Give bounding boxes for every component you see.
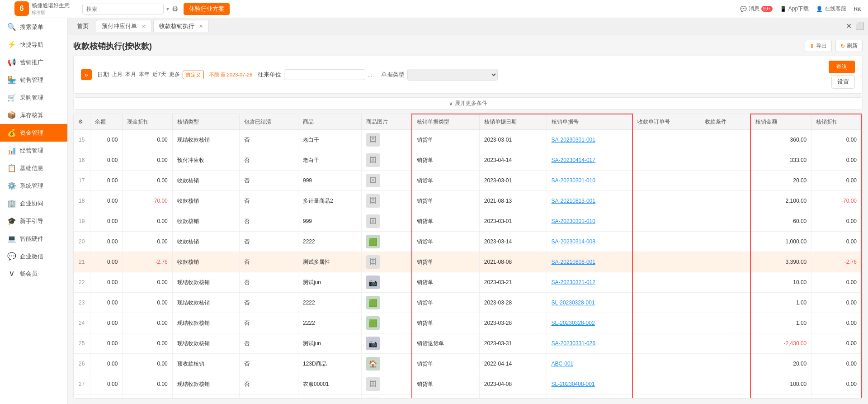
cell-cancel-amount: 1.00 — [750, 293, 811, 313]
cancel-no-link[interactable]: SA-20230414-017 — [552, 157, 595, 163]
date-this-month[interactable]: 本月 — [125, 71, 136, 79]
th-cancel-amount: 核销金额 — [750, 114, 811, 130]
cell-goods: 测试多属性 — [298, 252, 362, 272]
tab-receipt-label: 收款核销执行 — [159, 22, 194, 30]
cell-cash-discount: 0.00 — [123, 272, 172, 293]
sidebar-item-system[interactable]: ⚙️ 系统管理 — [0, 177, 67, 195]
data-table: ⚙ 余额 现金折扣 核销类型 包含已结清 商品 商品图片 核销单据类型 核销单据… — [74, 114, 862, 399]
table-settings-btn[interactable]: 设置 — [831, 75, 855, 89]
sidebar-item-member[interactable]: V 畅会员 — [0, 265, 67, 282]
partner-input[interactable] — [284, 69, 365, 80]
sidebar-item-inventory[interactable]: 📦 库存核算 — [0, 106, 67, 124]
cancel-no-link[interactable]: SA-20210808-001 — [552, 259, 595, 265]
table-row: 20 0.00 0.00 收款核销 否 2222 🟩 销货单 2023-03-1… — [74, 232, 862, 252]
cell-cash-discount: 0.00 — [123, 130, 172, 150]
cancel-no-link[interactable]: SA-20230301-010 — [552, 177, 595, 184]
filter-actions: 查询 设置 — [829, 61, 855, 89]
sidebar-item-hardware[interactable]: 💻 智能硬件 — [0, 230, 67, 247]
cancel-no-link[interactable]: SA-20210813-001 — [552, 198, 595, 204]
cancel-no-link[interactable]: SA-20230321-012 — [552, 279, 595, 285]
query-btn[interactable]: 查询 — [829, 61, 855, 73]
tab-prepay[interactable]: 预付冲应付单 ✕ — [96, 20, 151, 32]
sidebar-label-quick: 快捷导航 — [20, 41, 43, 49]
export-btn[interactable]: ⬆ 导出 — [805, 40, 832, 52]
cancel-no-link[interactable]: SA-20230301-001 — [552, 137, 595, 143]
tab-restore-btn[interactable]: ⬜ — [855, 22, 864, 30]
th-receipt-condition: 收款条件 — [700, 114, 750, 130]
cell-include-settled: 否 — [240, 252, 298, 272]
cell-cancel-no: SA-20230301-001 — [547, 130, 632, 150]
order-type-select[interactable] — [407, 69, 498, 81]
sidebar-item-finance[interactable]: 💰 资金管理 — [0, 124, 67, 142]
date-custom[interactable]: 自定义 — [183, 71, 204, 79]
purchase-icon: 🛒 — [7, 93, 16, 102]
tab-prepay-close[interactable]: ✕ — [142, 24, 146, 29]
cancel-no-link[interactable]: SL-20230328-001 — [552, 299, 595, 306]
goods-image: 🟩 — [366, 296, 380, 309]
sidebar-item-wechat[interactable]: 💬 企业微信 — [0, 247, 67, 265]
sidebar-item-quick[interactable]: ⚡ 快捷导航 — [0, 36, 67, 53]
cancel-no-link[interactable]: SL-20230328-002 — [552, 320, 595, 326]
refresh-btn[interactable]: ↻ 刷新 — [835, 40, 863, 52]
cell-row-num: 16 — [74, 150, 90, 171]
cancel-no-link[interactable]: SA-20230301-010 — [552, 218, 595, 224]
cell-goods: 衣服00001 — [298, 374, 362, 394]
cell-cash-discount: 0.00 — [123, 374, 172, 394]
cell-cancel-discount: -70.00 — [811, 191, 862, 211]
cell-cancel-date: 2023-03-01 — [479, 211, 547, 232]
goods-image: 🖼 — [366, 377, 380, 391]
industry-btn[interactable]: 休验行业方案 — [184, 3, 230, 15]
partner-dots[interactable]: ... — [368, 71, 376, 78]
sidebar-item-sales[interactable]: 🏪 销售管理 — [0, 71, 67, 89]
expand-collapse-btn[interactable]: » — [81, 69, 92, 80]
goods-image: 🖼 — [366, 214, 380, 228]
top-search-input[interactable] — [82, 4, 164, 14]
user-name[interactable]: Rit — [854, 5, 861, 12]
sidebar-item-operation[interactable]: 📊 经营管理 — [0, 142, 67, 159]
cell-balance: 0.00 — [90, 150, 123, 171]
cell-cancel-date: 2023-04-18 — [479, 394, 547, 399]
hardware-icon: 💻 — [7, 234, 16, 243]
date-more[interactable]: 更多 — [169, 71, 180, 79]
sidebar-item-purchase[interactable]: 🛒 采购管理 — [0, 89, 67, 106]
date-last-month[interactable]: 上月 — [112, 71, 123, 79]
table-row: 25 0.00 0.00 现结收款核销 否 测试jun 📷 销货退货单 2023… — [74, 333, 862, 354]
cell-cancel-amount: 1,000.00 — [750, 232, 811, 252]
logo-icon: 6 — [14, 1, 29, 16]
cancel-no-link[interactable]: SL-20230408-001 — [552, 381, 595, 387]
th-settings[interactable]: ⚙ — [74, 114, 90, 130]
cell-cancel-type: 现结收款核销 — [172, 313, 240, 333]
online-service-btn[interactable]: 👤 在线客服 — [816, 5, 846, 13]
cancel-no-link[interactable]: SA-20230331-026 — [552, 340, 595, 347]
table-row: 17 0.00 0.00 收款核销 否 999 🖼 销货单 2023-03-01… — [74, 171, 862, 191]
cell-goods: 老白干 — [298, 130, 362, 150]
dropdown-chevron-icon[interactable]: ▾ — [166, 6, 169, 12]
table-row: 26 0.00 0.00 预收款核销 否 123D商品 🏠 销货单 2022-0… — [74, 354, 862, 374]
cell-cash-discount: 0.00 — [123, 313, 172, 333]
tab-home[interactable]: 首页 — [71, 20, 94, 32]
tab-close-btn[interactable]: ✕ — [846, 22, 852, 30]
sidebar-item-corp[interactable]: 🏢 企业协同 — [0, 195, 67, 212]
cell-receipt-condition — [700, 374, 750, 394]
app-download-btn[interactable]: 📱 App下载 — [780, 5, 809, 13]
cell-cancel-type: 现结收款核销 — [172, 272, 240, 293]
cell-cancel-type: 预付冲应收 — [172, 150, 240, 171]
message-btn[interactable]: 💬 消息 99+ — [740, 5, 773, 13]
date-last-7-days[interactable]: 近7天 — [152, 71, 166, 79]
cell-goods-img: 🖼 — [362, 130, 412, 150]
tab-receipt-close[interactable]: ✕ — [199, 24, 203, 29]
cell-cancel-discount: 0.00 — [811, 171, 862, 191]
cell-receipt-order-no — [632, 374, 700, 394]
sidebar-item-search[interactable]: 🔍 搜索菜单 — [0, 18, 67, 36]
sidebar-item-marketing[interactable]: 📢 营销推广 — [0, 53, 67, 71]
wechat-icon: 💬 — [7, 252, 16, 261]
settings-icon[interactable]: ⚙ — [172, 5, 178, 13]
cancel-no-link[interactable]: SA-20230314-008 — [552, 238, 595, 245]
expand-more-row[interactable]: ∨ 展开更多条件 — [73, 97, 863, 109]
tab-receipt[interactable]: 收款核销执行 ✕ — [153, 20, 209, 32]
sidebar-item-basic[interactable]: 📋 基础信息 — [0, 159, 67, 177]
sidebar-item-newbie[interactable]: 🎓 新手引导 — [0, 212, 67, 230]
date-label: 日期 — [97, 71, 109, 79]
date-this-year[interactable]: 本年 — [139, 71, 150, 79]
cancel-no-link[interactable]: ABC-001 — [552, 361, 574, 367]
